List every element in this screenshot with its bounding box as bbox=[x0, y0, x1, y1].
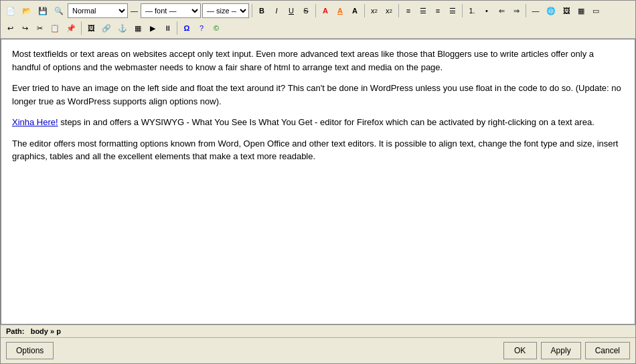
divider-8 bbox=[177, 21, 177, 35]
editor-content[interactable]: Most textfields or text areas on website… bbox=[1, 39, 635, 325]
font-color-button[interactable]: A bbox=[319, 3, 332, 18]
path-label: Path: bbox=[6, 327, 25, 335]
align-left-button[interactable]: ≡ bbox=[402, 3, 415, 18]
about-btn[interactable]: © bbox=[210, 21, 223, 35]
indent-more-button[interactable]: ⇒ bbox=[509, 3, 523, 18]
superscript-button[interactable]: x2 bbox=[382, 3, 396, 18]
italic-button[interactable]: I bbox=[270, 3, 283, 18]
unordered-list-button[interactable]: • bbox=[480, 3, 493, 18]
pagebreak-btn[interactable]: ⏸ bbox=[161, 21, 174, 35]
apply-button[interactable]: Apply bbox=[541, 342, 581, 359]
media-btn[interactable]: ▶ bbox=[146, 21, 159, 35]
indent-less-button[interactable]: ⇐ bbox=[495, 3, 508, 18]
action-buttons: OK Apply Cancel bbox=[503, 342, 630, 359]
bg-color-button[interactable]: A bbox=[333, 3, 347, 18]
divider-2 bbox=[315, 4, 316, 17]
align-justify-button[interactable]: ☰ bbox=[446, 3, 459, 18]
table-button[interactable]: ▦ bbox=[574, 3, 588, 18]
divider-3 bbox=[364, 4, 365, 17]
paragraph-4: The editor offers most formatting option… bbox=[12, 137, 624, 163]
ok-button[interactable]: OK bbox=[503, 342, 537, 359]
xinha-link[interactable]: Xinha Here! bbox=[12, 117, 58, 127]
copy-button[interactable]: 📋 bbox=[48, 21, 62, 35]
underline-button[interactable]: U bbox=[285, 3, 298, 18]
strikethrough-button[interactable]: S bbox=[299, 3, 313, 18]
align-right-button[interactable]: ≡ bbox=[431, 3, 445, 18]
size-select[interactable]: — size — bbox=[202, 3, 249, 18]
paste-button[interactable]: 📌 bbox=[64, 21, 78, 35]
cut-button[interactable]: ✂ bbox=[33, 21, 46, 35]
paragraph-2: Ever tried to have an image on the left … bbox=[12, 82, 624, 108]
special-char-btn[interactable]: Ω bbox=[180, 21, 193, 35]
insert-img-btn[interactable]: 🖼 bbox=[84, 21, 98, 35]
image-button[interactable]: 🖼 bbox=[560, 3, 573, 18]
anchor-button[interactable]: ⚓ bbox=[115, 21, 130, 35]
open-button[interactable]: 📂 bbox=[19, 3, 34, 18]
insert-link-btn2[interactable]: 🔗 bbox=[99, 21, 114, 35]
ordered-list-button[interactable]: 1. bbox=[465, 3, 479, 18]
paragraph-1: Most textfields or text areas on website… bbox=[12, 48, 624, 74]
bold-button[interactable]: B bbox=[255, 3, 268, 18]
save-button[interactable]: 💾 bbox=[35, 3, 50, 18]
style-select[interactable]: Normal bbox=[68, 3, 128, 18]
align-center-button[interactable]: ☰ bbox=[416, 3, 430, 18]
help-btn[interactable]: ? bbox=[195, 21, 208, 35]
color-a-button[interactable]: A bbox=[348, 3, 362, 18]
bottom-bar: Options OK Apply Cancel bbox=[1, 337, 635, 363]
divider-1 bbox=[252, 4, 252, 17]
font-separator: — bbox=[129, 7, 139, 15]
table-btn2[interactable]: ▦ bbox=[131, 21, 145, 35]
status-bar: Path: body » p bbox=[1, 325, 635, 337]
magnify-button[interactable]: 🔍 bbox=[52, 3, 66, 18]
toolbar-row-2: ↩ ↪ ✂ 📋 📌 🖼 🔗 ⚓ ▦ ▶ ⏸ Ω ? © bbox=[3, 19, 633, 37]
redo-button[interactable]: ↪ bbox=[18, 21, 31, 35]
new-button[interactable]: 📄 bbox=[3, 3, 18, 18]
divider-4 bbox=[398, 4, 399, 17]
toolbar-row-1: 📄 📂 💾 🔍 Normal — — font — — size — B I U… bbox=[3, 2, 633, 19]
link-button[interactable]: 🌐 bbox=[544, 3, 558, 18]
divider-6 bbox=[526, 4, 526, 17]
options-button[interactable]: Options bbox=[6, 342, 54, 359]
divider-7 bbox=[81, 21, 82, 35]
cancel-button[interactable]: Cancel bbox=[585, 342, 630, 359]
undo-button[interactable]: ↩ bbox=[3, 21, 17, 35]
hr-button[interactable]: — bbox=[529, 3, 542, 18]
paragraph-3-text: steps in and offers a WYSIWYG - What You… bbox=[58, 117, 594, 127]
divider-5 bbox=[462, 4, 463, 17]
toolbar: 📄 📂 💾 🔍 Normal — — font — — size — B I U… bbox=[1, 1, 635, 39]
frame-button[interactable]: ▭ bbox=[589, 3, 603, 18]
paragraph-3: Xinha Here! steps in and offers a WYSIWY… bbox=[12, 116, 624, 129]
path-value: body » p bbox=[31, 327, 61, 335]
font-select[interactable]: — font — bbox=[141, 3, 201, 18]
subscript-button[interactable]: x2 bbox=[368, 3, 381, 18]
